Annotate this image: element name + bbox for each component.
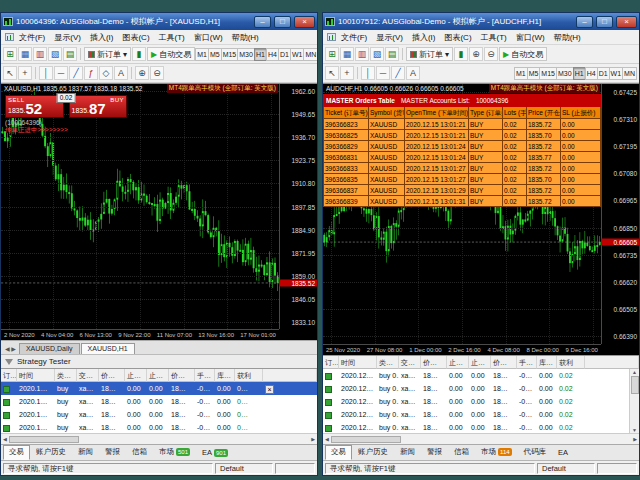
- terminal-column-header[interactable]: 订…: [1, 369, 17, 382]
- terminal-column-header[interactable]: 止…: [469, 356, 491, 369]
- terminal-column-header[interactable]: 手…: [195, 369, 215, 382]
- terminal-tab[interactable]: 代码库: [518, 445, 553, 460]
- new-order-button[interactable]: 新订单 ▾: [84, 47, 131, 61]
- terminal-column-header[interactable]: 止…: [125, 369, 147, 382]
- terminal-panel-icon[interactable]: ▤: [385, 47, 399, 61]
- terminal-row[interactable]: 2020.12…buy 0…xa…18…0.000.0018…-0…0.000.…: [323, 408, 639, 421]
- zoom-out-icon[interactable]: ⊖: [484, 47, 498, 61]
- autotrading-button[interactable]: ▶ 自动交易: [147, 47, 195, 61]
- menu-item[interactable]: 工具(T): [481, 32, 507, 43]
- scroll-up-icon[interactable]: ▲: [632, 369, 637, 375]
- timeframe-w1[interactable]: W1: [290, 48, 305, 61]
- terminal-column-header[interactable]: 止…: [147, 369, 169, 382]
- terminal-column-header[interactable]: 交…: [399, 356, 421, 369]
- timeframe-mn[interactable]: MN: [303, 48, 317, 61]
- status-profile[interactable]: Default: [215, 463, 273, 474]
- trendline-icon[interactable]: ╱: [391, 66, 405, 80]
- terminal-tab[interactable]: 账户历史: [352, 445, 394, 460]
- terminal-tab[interactable]: EA: [552, 446, 574, 460]
- close-button[interactable]: ×: [616, 16, 637, 28]
- terminal-row[interactable]: 2020.12…buy 0…xa…18…0.000.0018…-0…0.000.…: [323, 382, 639, 395]
- terminal-column-header[interactable]: 价…: [491, 356, 517, 369]
- terminal-row[interactable]: 2020.12…buy 0…xa…18…0.000.0018…-0…0.000.…: [323, 395, 639, 408]
- terminal-tab[interactable]: 账户历史: [30, 445, 72, 460]
- maximize-button[interactable]: □: [596, 16, 613, 28]
- timeframe-m30[interactable]: M30: [237, 48, 255, 61]
- chart-tab-arrows[interactable]: ◀ ▶: [3, 345, 18, 354]
- terminal-column-header[interactable]: 价…: [421, 356, 447, 369]
- terminal-column-header[interactable]: 订…: [323, 356, 339, 369]
- candle-chart-icon[interactable]: ▮: [132, 47, 146, 61]
- menu-item[interactable]: 文件(F): [341, 32, 367, 43]
- horizontal-scrollbar[interactable]: ◀ ▶: [323, 433, 639, 444]
- timeframe-mn[interactable]: MN: [622, 67, 637, 80]
- terminal-tab[interactable]: 信箱: [448, 445, 475, 460]
- terminal-tab[interactable]: 交易: [325, 445, 352, 460]
- candle-chart-icon[interactable]: ▮: [454, 47, 468, 61]
- timeframe-m5[interactable]: M5: [527, 67, 541, 80]
- market-watch-icon[interactable]: ▥: [355, 47, 369, 61]
- timeframe-m15[interactable]: M15: [539, 67, 557, 80]
- zoom-out-icon[interactable]: ⊖: [150, 66, 164, 80]
- titlebar[interactable]: 100064396: AUSGlobal-Demo - 模拟帐户 - [XAUU…: [1, 13, 317, 30]
- minimize-button[interactable]: –: [254, 16, 271, 28]
- navigator-icon[interactable]: ▧: [370, 47, 384, 61]
- vertical-scrollbar[interactable]: ▲ ▼: [629, 369, 639, 433]
- horizontal-scrollbar[interactable]: ◀ ▶: [1, 433, 317, 444]
- timeframe-m30[interactable]: M30: [556, 67, 574, 80]
- terminal-column-header[interactable]: 手…: [517, 356, 537, 369]
- terminal-column-header[interactable]: 时间: [339, 356, 377, 369]
- vertical-line-icon[interactable]: │: [361, 66, 375, 80]
- terminal-row[interactable]: 2020.12…buy 0…xa…18…0.000.0018…-0…0.000.…: [323, 421, 639, 433]
- terminal-tab[interactable]: 市场501: [153, 445, 196, 460]
- menu-item[interactable]: 文件(F): [19, 32, 45, 43]
- chart-context-icon[interactable]: [327, 33, 336, 41]
- maximize-button[interactable]: □: [274, 16, 291, 28]
- vertical-line-icon[interactable]: │: [39, 66, 53, 80]
- terminal-column-header[interactable]: 获利: [557, 356, 585, 369]
- zoom-in-icon[interactable]: ⊕: [135, 66, 149, 80]
- strategy-tester-bar[interactable]: Strategy Tester: [1, 354, 317, 368]
- navigator-icon[interactable]: ▧: [48, 47, 62, 61]
- scroll-right-icon[interactable]: ▶: [311, 436, 315, 442]
- profiles-icon[interactable]: ▦: [18, 47, 32, 61]
- terminal-tab[interactable]: 警报: [421, 445, 448, 460]
- sell-button[interactable]: SELL 1835. 52: [5, 95, 64, 118]
- new-chart-icon[interactable]: ⊞: [3, 47, 17, 61]
- terminal-column-header[interactable]: 库…: [537, 356, 557, 369]
- terminal-row[interactable]: 2020.1…buyxa…18…0.000.0018…-0…0.000…: [1, 408, 317, 421]
- chart-context-icon[interactable]: [5, 33, 14, 41]
- terminal-column-header[interactable]: 时间: [17, 369, 55, 382]
- menu-item[interactable]: 图表(C): [444, 32, 471, 43]
- menu-item[interactable]: 帮助(H): [554, 32, 581, 43]
- menu-item[interactable]: 窗口(W): [194, 32, 223, 43]
- terminal-row[interactable]: 2020.1…buyxa…18…0.000.0018…-0…0.000…: [1, 395, 317, 408]
- terminal-column-header[interactable]: 止…: [447, 356, 469, 369]
- new-order-button[interactable]: 新订单 ▾: [406, 47, 453, 61]
- menu-item[interactable]: 显示(V): [54, 32, 81, 43]
- menu-item[interactable]: 窗口(W): [516, 32, 545, 43]
- crosshair-icon[interactable]: +: [18, 66, 32, 80]
- menu-item[interactable]: 显示(V): [376, 32, 403, 43]
- menu-item[interactable]: 图表(C): [122, 32, 149, 43]
- terminal-tab[interactable]: 新闻: [72, 445, 99, 460]
- zoom-in-icon[interactable]: ⊕: [469, 47, 483, 61]
- terminal-tab[interactable]: EA901: [196, 446, 234, 460]
- chart-tab[interactable]: XAUUSD,H1: [81, 343, 135, 354]
- terminal-tab[interactable]: 市场114: [475, 445, 518, 460]
- close-button[interactable]: ×: [294, 16, 315, 28]
- scroll-right-icon[interactable]: ▶: [633, 436, 637, 442]
- menu-item[interactable]: 工具(T): [159, 32, 185, 43]
- menu-item[interactable]: 帮助(H): [232, 32, 259, 43]
- terminal-tab[interactable]: 警报: [99, 445, 126, 460]
- text-tool-icon[interactable]: A: [114, 66, 128, 80]
- timeframe-m1[interactable]: M1: [195, 48, 209, 61]
- terminal-row[interactable]: 2020.1…buyxa…18…0.000.0018…-0…0.000…: [1, 421, 317, 433]
- chart-area[interactable]: 1835.52 1962.601949.651936.701923.751910…: [1, 83, 317, 340]
- titlebar[interactable]: 100107512: AUSGlobal-Demo - 模拟帐户 - [AUDC…: [323, 13, 639, 30]
- scroll-left-icon[interactable]: ◀: [3, 436, 7, 442]
- cursor-icon[interactable]: ↖: [325, 66, 339, 80]
- fibonacci-icon[interactable]: ƒ: [84, 66, 98, 80]
- terminal-tab[interactable]: 信箱: [126, 445, 153, 460]
- chart-area[interactable]: 0.66605 0.674250.673100.671950.670800.66…: [323, 83, 639, 355]
